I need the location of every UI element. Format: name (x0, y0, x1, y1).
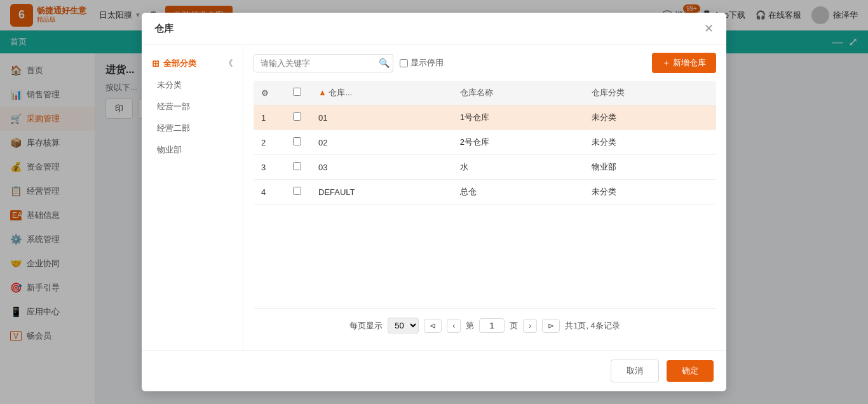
row-num: 1 (254, 105, 285, 130)
grid-icon: ⊞ (152, 58, 159, 69)
show-disabled-checkbox-label[interactable]: 显示停用 (400, 57, 444, 69)
row-name: 水 (452, 155, 585, 180)
modal-sidebar-item-uncategorized[interactable]: 未分类 (142, 74, 243, 96)
sort-icon-code: ▲ (318, 88, 327, 97)
modal-footer: 取消 确定 (142, 350, 726, 391)
row-name: 2号仓库 (452, 130, 585, 155)
table-wrapper: ⚙ ▲ 仓库... 仓库名称 仓库分类 (254, 81, 716, 308)
search-button[interactable]: 🔍 (374, 58, 393, 68)
search-input[interactable] (254, 55, 374, 72)
table-row[interactable]: 2 02 2号仓库 未分类 (254, 130, 716, 155)
row-category: 未分类 (584, 180, 716, 205)
row-num: 3 (254, 155, 285, 180)
per-page-select[interactable]: 50 (388, 318, 419, 333)
modal-close-button[interactable]: ✕ (704, 22, 714, 36)
table-body: 1 01 1号仓库 未分类 2 02 2号仓库 (254, 105, 716, 205)
first-page-button[interactable]: ⊲ (424, 319, 442, 333)
row-category: 未分类 (584, 105, 716, 130)
last-page-button[interactable]: ⊳ (542, 319, 560, 333)
table-header: ⚙ ▲ 仓库... 仓库名称 仓库分类 (254, 81, 716, 105)
page-label: 第 (466, 320, 474, 332)
row-code: 02 (311, 130, 452, 155)
modal-sidebar-item-property[interactable]: 物业部 (142, 139, 243, 161)
modal-title: 仓库 (154, 23, 173, 35)
total-label: 共1页, 4条记录 (565, 320, 620, 332)
settings-icon: ⚙ (261, 88, 269, 98)
row-code: 01 (311, 105, 452, 130)
collapse-icon: 《 (224, 58, 233, 69)
row-num: 4 (254, 180, 285, 205)
row-name: 总仓 (452, 180, 585, 205)
modal-sidebar: ⊞ 全部分类 《 未分类 经营一部 经营二部 物业部 (142, 45, 243, 350)
row-code: DEFAULT (311, 180, 452, 205)
table-row[interactable]: 4 DEFAULT 总仓 未分类 (254, 180, 716, 205)
th-name: 仓库名称 (452, 81, 585, 105)
all-categories-item[interactable]: ⊞ 全部分类 《 (142, 53, 243, 74)
modal-toolbar-right: ＋ 新增仓库 (652, 53, 716, 73)
prev-page-button[interactable]: ‹ (447, 319, 461, 333)
modal-sidebar-item-dept2[interactable]: 经营二部 (142, 118, 243, 139)
next-page-button[interactable]: › (523, 319, 537, 333)
th-num: ⚙ (254, 81, 285, 105)
th-category: 仓库分类 (584, 81, 716, 105)
add-warehouse-button[interactable]: ＋ 新增仓库 (652, 53, 716, 73)
per-page-label: 每页显示 (349, 320, 383, 332)
warehouse-table: ⚙ ▲ 仓库... 仓库名称 仓库分类 (254, 81, 716, 205)
page-unit: 页 (510, 320, 518, 332)
th-check (285, 81, 311, 105)
all-categories-label: 全部分类 (163, 58, 196, 69)
select-all-checkbox[interactable] (293, 88, 301, 96)
cancel-button[interactable]: 取消 (611, 360, 659, 382)
table-row[interactable]: 1 01 1号仓库 未分类 (254, 105, 716, 130)
row-category: 物业部 (584, 155, 716, 180)
show-disabled-label: 显示停用 (410, 57, 444, 69)
modal-sidebar-item-dept1[interactable]: 经营一部 (142, 96, 243, 118)
row-check (285, 180, 311, 205)
show-disabled-checkbox[interactable] (400, 59, 408, 67)
modal-body: ⊞ 全部分类 《 未分类 经营一部 经营二部 物业部 🔍 (142, 45, 726, 350)
pagination: 每页显示 50 ⊲ ‹ 第 页 › ⊳ 共1页, 4条记录 (254, 308, 716, 342)
search-box: 🔍 (254, 54, 393, 72)
modal-overlay: 仓库 ✕ ⊞ 全部分类 《 未分类 经营一部 经营二部 物业部 (0, 0, 868, 404)
modal-content-area: 🔍 显示停用 ＋ 新增仓库 (243, 45, 726, 350)
row-category: 未分类 (584, 130, 716, 155)
modal-header: 仓库 ✕ (142, 13, 726, 45)
th-code: ▲ 仓库... (311, 81, 452, 105)
warehouse-modal: 仓库 ✕ ⊞ 全部分类 《 未分类 经营一部 经营二部 物业部 (142, 13, 726, 391)
table-row[interactable]: 3 03 水 物业部 (254, 155, 716, 180)
row-num: 2 (254, 130, 285, 155)
confirm-button[interactable]: 确定 (667, 360, 714, 382)
row-code: 03 (311, 155, 452, 180)
row-check (285, 105, 311, 130)
row-check (285, 155, 311, 180)
page-input[interactable] (479, 318, 505, 333)
row-check (285, 130, 311, 155)
row-name: 1号仓库 (452, 105, 585, 130)
table-header-row: ⚙ ▲ 仓库... 仓库名称 仓库分类 (254, 81, 716, 105)
modal-toolbar: 🔍 显示停用 ＋ 新增仓库 (254, 53, 716, 73)
